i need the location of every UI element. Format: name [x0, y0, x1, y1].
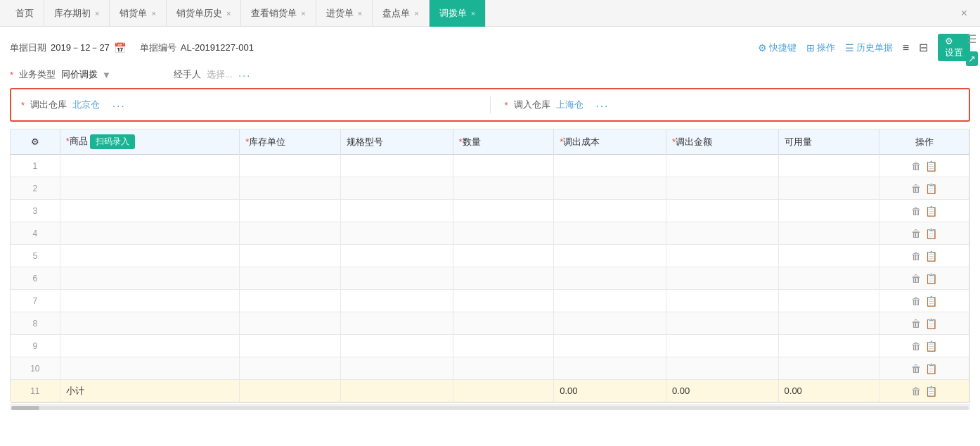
row-qty[interactable] — [453, 357, 554, 380]
tab-sales-order[interactable]: 销货单 × — [110, 0, 166, 27]
row-product[interactable] — [60, 290, 239, 312]
row-amount[interactable] — [666, 267, 778, 290]
layout-icon-2[interactable]: ⊟ — [919, 41, 928, 54]
copy-icon[interactable]: 📋 — [925, 386, 937, 397]
row-spec[interactable] — [340, 245, 453, 267]
row-spec[interactable] — [340, 335, 453, 357]
row-available[interactable] — [778, 335, 879, 357]
row-spec[interactable] — [340, 177, 453, 200]
tab-sales-history[interactable]: 销货单历史 × — [167, 0, 241, 27]
delete-icon[interactable]: 🗑 — [911, 295, 921, 307]
row-cost[interactable] — [554, 177, 666, 200]
tab-close-sales-history[interactable]: × — [226, 9, 231, 18]
sidebar-export-icon[interactable]: ↗ — [966, 51, 978, 66]
delete-icon[interactable]: 🗑 — [911, 250, 921, 262]
row-amount[interactable] — [666, 177, 778, 200]
row-qty[interactable] — [453, 177, 554, 200]
row-unit[interactable] — [240, 155, 341, 177]
row-unit[interactable] — [240, 200, 341, 222]
row-cost[interactable] — [554, 357, 666, 380]
gear-header-icon[interactable]: ⚙ — [31, 136, 39, 147]
delete-icon[interactable]: 🗑 — [911, 160, 921, 172]
row-unit[interactable] — [240, 335, 341, 357]
copy-icon[interactable]: 📋 — [925, 340, 937, 352]
copy-icon[interactable]: 📋 — [925, 295, 937, 307]
row-spec[interactable] — [340, 155, 453, 177]
row-qty[interactable] — [453, 200, 554, 222]
row-available[interactable] — [778, 222, 879, 245]
row-available[interactable] — [778, 155, 879, 177]
row-available[interactable] — [778, 312, 879, 335]
row-product[interactable] — [60, 155, 239, 177]
row-spec[interactable] — [340, 357, 453, 380]
row-product[interactable] — [60, 200, 239, 222]
handler-placeholder[interactable]: 选择... — [207, 68, 233, 81]
calendar-icon[interactable]: 📅 — [114, 42, 126, 53]
tab-stock-init[interactable]: 库存期初 × — [44, 0, 110, 27]
copy-icon[interactable]: 📋 — [925, 363, 937, 374]
row-qty[interactable] — [453, 312, 554, 335]
tab-check-sales[interactable]: 查看销货单 × — [241, 0, 316, 27]
copy-icon[interactable]: 📋 — [925, 228, 937, 239]
tab-close-inventory[interactable]: × — [414, 9, 418, 18]
row-product[interactable] — [60, 222, 239, 245]
row-available[interactable] — [778, 290, 879, 312]
tab-home[interactable]: 首页 — [6, 0, 44, 27]
delete-icon[interactable]: 🗑 — [911, 273, 921, 284]
delete-icon[interactable]: 🗑 — [911, 183, 921, 194]
tab-transfer[interactable]: 调拨单 × — [430, 0, 486, 27]
handler-more-icon[interactable]: ··· — [238, 69, 252, 81]
row-amount[interactable] — [666, 155, 778, 177]
row-amount[interactable] — [666, 222, 778, 245]
window-close-icon[interactable]: × — [954, 7, 974, 20]
in-warehouse-value[interactable]: 上海仓 — [556, 98, 584, 111]
row-cost[interactable] — [554, 200, 666, 222]
copy-icon[interactable]: 📋 — [925, 273, 937, 284]
row-amount[interactable] — [666, 290, 778, 312]
copy-icon[interactable]: 📋 — [925, 183, 937, 194]
tab-close-sales-order[interactable]: × — [151, 9, 155, 18]
row-unit[interactable] — [240, 245, 341, 267]
row-product[interactable] — [60, 267, 239, 290]
row-product[interactable] — [60, 245, 239, 267]
row-spec[interactable] — [340, 200, 453, 222]
operation-btn[interactable]: ⊞ 操作 — [806, 42, 835, 54]
row-cost[interactable] — [554, 267, 666, 290]
row-spec[interactable] — [340, 312, 453, 335]
out-warehouse-value[interactable]: 北京仓 — [72, 98, 100, 111]
shortcut-btn[interactable]: ⚙ 快捷键 — [758, 42, 797, 54]
row-qty[interactable] — [453, 222, 554, 245]
row-available[interactable] — [778, 357, 879, 380]
copy-icon[interactable]: 📋 — [925, 160, 937, 172]
in-warehouse-more-icon[interactable]: ··· — [596, 99, 610, 111]
row-available[interactable] — [778, 177, 879, 200]
scrollbar-thumb[interactable] — [11, 406, 39, 410]
layout-icon-1[interactable]: ≡ — [903, 42, 909, 54]
row-cost[interactable] — [554, 155, 666, 177]
history-btn[interactable]: ☰ 历史单据 — [845, 42, 893, 54]
tab-close-stock-init[interactable]: × — [95, 9, 99, 18]
out-warehouse-more-icon[interactable]: ··· — [112, 99, 126, 111]
row-unit[interactable] — [240, 357, 341, 380]
row-spec[interactable] — [340, 222, 453, 245]
row-product[interactable] — [60, 312, 239, 335]
row-available[interactable] — [778, 267, 879, 290]
row-available[interactable] — [778, 245, 879, 267]
tab-close-check-sales[interactable]: × — [301, 9, 305, 18]
row-amount[interactable] — [666, 312, 778, 335]
tab-purchase[interactable]: 进货单 × — [316, 0, 373, 27]
tab-close-transfer[interactable]: × — [471, 9, 475, 18]
row-amount[interactable] — [666, 335, 778, 357]
copy-icon[interactable]: 📋 — [925, 318, 937, 329]
business-type-select[interactable]: 同价调拨 ▼ — [61, 68, 146, 81]
row-available[interactable] — [778, 200, 879, 222]
dropdown-arrow-icon[interactable]: ▼ — [102, 70, 111, 80]
row-spec[interactable] — [340, 290, 453, 312]
tab-inventory[interactable]: 盘点单 × — [373, 0, 429, 27]
delete-icon[interactable]: 🗑 — [911, 386, 921, 397]
scan-button[interactable]: 扫码录入 — [90, 134, 135, 149]
row-cost[interactable] — [554, 222, 666, 245]
row-cost[interactable] — [554, 335, 666, 357]
delete-icon[interactable]: 🗑 — [911, 205, 921, 217]
row-unit[interactable] — [240, 267, 341, 290]
